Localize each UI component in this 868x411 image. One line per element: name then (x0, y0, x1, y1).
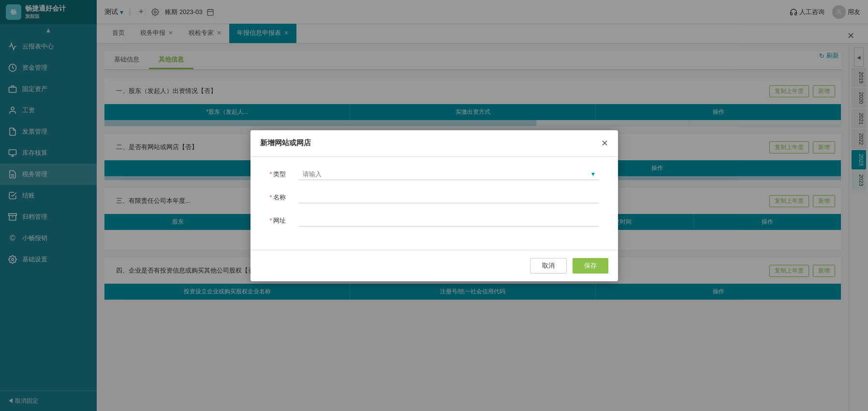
required-mark-type: * (270, 170, 272, 178)
type-dropdown-arrow: ▾ (591, 170, 599, 178)
form-row-type: * 类型 ▾ (270, 168, 599, 180)
type-select-wrapper: ▾ (299, 168, 599, 180)
dialog-title: 新增网站或网店 (260, 138, 311, 148)
cancel-button[interactable]: 取消 (530, 258, 567, 274)
type-select-input[interactable] (299, 168, 591, 180)
add-website-dialog: 新增网站或网店 ✕ * 类型 ▾ * 名称 (250, 130, 618, 281)
dialog-body: * 类型 ▾ * 名称 * 网址 (250, 157, 618, 250)
name-input[interactable] (299, 192, 599, 203)
dialog-close-button[interactable]: ✕ (601, 138, 608, 149)
form-row-url: * 网址 (270, 215, 599, 227)
form-row-name: * 名称 (270, 192, 599, 203)
save-button[interactable]: 保存 (573, 258, 608, 274)
form-label-url: * 网址 (270, 216, 299, 225)
required-mark-name: * (270, 194, 272, 201)
form-label-type: * 类型 (270, 170, 299, 179)
url-input[interactable] (299, 215, 599, 227)
dialog-footer: 取消 保存 (250, 250, 618, 281)
form-label-name: * 名称 (270, 193, 299, 202)
dialog-overlay[interactable]: 新增网站或网店 ✕ * 类型 ▾ * 名称 (0, 0, 868, 411)
required-mark-url: * (270, 217, 272, 224)
dialog-header: 新增网站或网店 ✕ (250, 130, 618, 157)
